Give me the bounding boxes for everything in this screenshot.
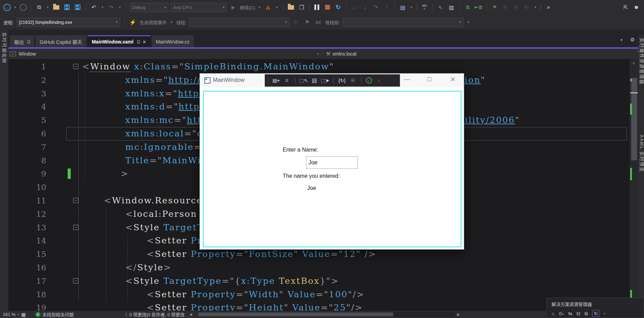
tab-copilot-chat[interactable]: GitHub Copilot 聊天 <box>36 35 86 47</box>
editor-horizontal-scrollbar[interactable] <box>197 312 455 317</box>
name-textbox[interactable] <box>306 156 358 169</box>
format-document-icon[interactable]: ≣ <box>464 3 472 11</box>
account-icon[interactable]: ☻ <box>632 3 641 11</box>
save-icon[interactable] <box>63 3 71 11</box>
switch-views-icon[interactable]: ⌂ <box>552 311 554 316</box>
toolbar-overflow-icon[interactable]: » <box>544 3 553 11</box>
explorer-overflow-dropdown[interactable]: ▾ <box>604 312 605 315</box>
lifecycle-lightning-icon[interactable]: ⚡ <box>129 18 137 26</box>
open-in-browser-icon[interactable]: ❐ <box>297 3 306 11</box>
thread-dropdown[interactable]: ▾ <box>189 18 289 27</box>
breadcrumb-element[interactable]: Window <box>19 51 36 57</box>
stack-frame-dropdown[interactable]: ▾ <box>343 18 464 27</box>
pin-icon[interactable] <box>27 40 30 44</box>
toolbar-options-dropdown[interactable]: ▾ <box>466 18 470 26</box>
go-to-live-visual-tree-icon[interactable]: ▤⌖ <box>272 77 280 84</box>
hot-reload-flame-icon[interactable]: 🜂 <box>264 3 272 11</box>
process-dropdown[interactable]: [21632] SimpleBinding.exe▾ <box>17 18 120 27</box>
new-window-icon[interactable]: ⧉ <box>35 3 43 11</box>
stop-debugging-icon[interactable] <box>323 3 332 11</box>
live-property-explorer-tab[interactable]: 实时属性资源管理器 <box>639 38 644 85</box>
navigate-back-icon[interactable]: ← <box>3 4 11 11</box>
fold-collapse-icon[interactable]: – <box>73 64 78 69</box>
step-over-icon[interactable]: ↷ <box>372 3 380 11</box>
sync-icon[interactable]: ⇆ <box>568 311 572 316</box>
code-line-19[interactable]: 19<Setter Property="Height" Value="25"/> <box>8 301 630 311</box>
fold-collapse-icon[interactable]: – <box>73 198 78 203</box>
accessibility-checker-icon[interactable]: ☉ <box>349 77 357 84</box>
code-line-18[interactable]: 18<Setter Property="Width" Value="100"/> <box>8 288 630 301</box>
codelens-changes[interactable]: 0 项更改|0 名作者, 0 项更改 <box>129 311 185 318</box>
undo-icon[interactable]: ↶ <box>90 3 98 11</box>
toolbar-grip[interactable] <box>416 4 418 11</box>
step-into-icon[interactable]: ↓ <box>361 3 369 11</box>
close-tab-icon[interactable]: ✕ <box>143 39 146 45</box>
fold-collapse-icon[interactable]: – <box>73 225 78 230</box>
open-file-icon[interactable] <box>52 3 60 11</box>
show-next-statement-icon[interactable]: → <box>350 3 359 11</box>
close-button[interactable]: ✕ <box>448 76 458 83</box>
pin-icon[interactable] <box>136 40 140 44</box>
undo-dropdown[interactable]: ▾ <box>100 3 105 11</box>
select-element-icon[interactable]: ↖ <box>437 3 445 11</box>
code-map-icon[interactable]: ▦ <box>21 312 26 317</box>
lifecycle-events-label[interactable]: 生命周期事件 <box>140 19 167 26</box>
code-line-16[interactable]: 16</Style> <box>8 261 630 274</box>
show-threads-icon[interactable]: ⋈ <box>314 18 322 26</box>
breadcrumb-dropdown[interactable]: ▾ <box>317 52 319 56</box>
select-element-in-app-icon[interactable]: ⬚↖ <box>300 77 308 84</box>
step-out-icon[interactable]: ↑ <box>382 3 391 11</box>
hot-reload-status-icon[interactable]: {↻} <box>338 77 346 84</box>
break-all-icon[interactable] <box>313 3 321 11</box>
pending-changes-filter-icon[interactable]: ⊙▾ <box>558 311 564 316</box>
solution-config-dropdown[interactable]: Debug▾ <box>130 3 168 12</box>
continue-play-icon[interactable]: ▶ <box>229 3 237 11</box>
xaml-binding-ok-icon[interactable]: ✓ <box>366 77 372 84</box>
hot-reload-dropdown[interactable]: ▾ <box>275 3 279 11</box>
spell-check-icon[interactable]: abc✓ <box>420 3 429 11</box>
editor-vertical-scrollbar[interactable]: ▲ <box>630 59 638 311</box>
tab-mainwindow-xaml[interactable]: MainWindow.xaml ✕ <box>88 35 150 47</box>
minimize-button[interactable]: — <box>402 76 412 83</box>
solution-platform-dropdown[interactable]: Any CPU▾ <box>171 3 227 12</box>
health-message[interactable]: 未找到相关问题 <box>42 311 74 318</box>
xml-doc-dropdown[interactable]: ▾ <box>409 3 413 11</box>
tab-mainwindow-cs[interactable]: MainWindow.cs <box>152 35 194 47</box>
restart-icon[interactable]: ↻ <box>334 3 342 11</box>
document-outline-icon[interactable]: ▥ <box>447 3 456 11</box>
share-icon[interactable]: ⇱ <box>622 3 630 11</box>
xaml-live-preview-tab[interactable]: XAML 实时预览 <box>639 135 644 172</box>
zoom-level[interactable]: 161 % <box>3 312 16 317</box>
scrollbar-thumb[interactable] <box>631 78 637 160</box>
tab-list-dropdown[interactable]: ▾ <box>621 38 622 42</box>
redo-icon[interactable]: ↷ <box>107 3 115 11</box>
fold-collapse-icon[interactable]: – <box>73 278 78 283</box>
flag-threads-icon[interactable]: ⚐ <box>292 18 300 26</box>
bookmark-next-icon[interactable]: ⚐ <box>512 3 520 11</box>
toolbar-grip[interactable] <box>308 4 310 11</box>
wpf-app-window[interactable]: MainWindow — □ ✕ ▤⌖ ⌑ ⬚↖ 回 ⬚➤ {↻} ☉ ✓ ‹ … <box>199 73 464 250</box>
save-all-icon[interactable] <box>74 3 82 11</box>
collapse-all-icon[interactable]: ⊟ <box>576 311 580 316</box>
flag-custom-icon[interactable]: ⚑ <box>303 18 311 26</box>
continue-dropdown[interactable]: ▾ <box>257 3 262 11</box>
find-in-files-icon[interactable] <box>287 3 295 11</box>
scroll-left-icon[interactable]: ◀ <box>189 312 192 316</box>
live-visual-tree-tab[interactable]: 实时可视化树 <box>1 32 8 64</box>
track-focused-element-icon[interactable]: ⬚➤ <box>321 77 329 84</box>
bookmark-toggle-icon[interactable]: ⚑ <box>490 3 499 11</box>
hscrollbar-thumb[interactable] <box>198 312 393 316</box>
code-line-1[interactable]: 1–<Window x:Class="SimpleBinding.MainWin… <box>8 60 630 74</box>
xml-doc-icon[interactable]: ▤ <box>399 3 407 11</box>
bookmark-dropdown[interactable]: ▾ <box>533 3 537 11</box>
gear-icon[interactable]: ⚙ <box>630 37 635 43</box>
scroll-up-icon[interactable]: ▲ <box>632 61 635 65</box>
bookmark-clear-icon[interactable]: ⚐ <box>523 3 531 11</box>
screen-capture-icon[interactable]: ⌑ <box>283 77 291 84</box>
navigate-back-dropdown[interactable]: ▾ <box>13 3 17 11</box>
zoom-dropdown[interactable]: ▾ <box>18 313 19 316</box>
navigate-forward-icon[interactable]: → <box>20 4 27 11</box>
maximize-button[interactable]: □ <box>424 76 435 83</box>
display-adorners-icon[interactable]: 回 <box>311 77 318 84</box>
toolbar-grip[interactable] <box>540 4 542 11</box>
